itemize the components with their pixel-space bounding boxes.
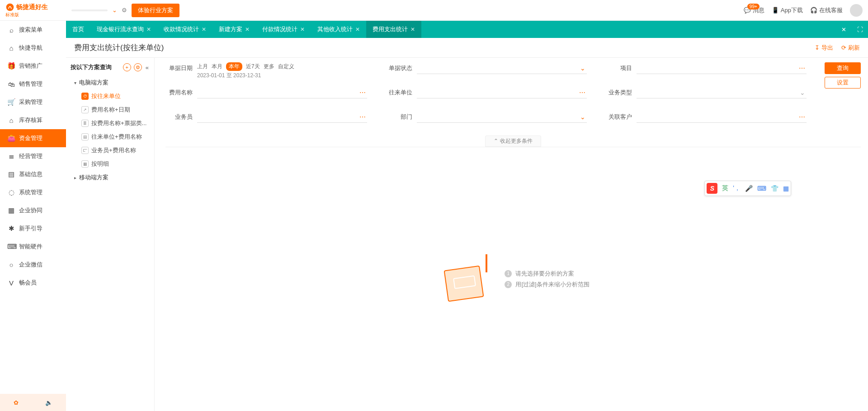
sidebar-item[interactable]: 🛒采购管理 [0,93,66,111]
plan-group[interactable]: ▸移动端方案 [66,171,154,184]
tab[interactable]: 首页 [66,21,90,38]
date-pill[interactable]: 本月 [212,63,222,70]
sidebar-item[interactable]: ▦企业协同 [0,201,66,220]
biztype-select[interactable]: ⌄ [637,87,807,98]
tabs-close-all-icon[interactable]: ✕ [835,26,852,33]
sidebar-item[interactable]: ✱新手引导 [0,220,66,238]
tab[interactable]: 其他收入统计✕ [311,21,366,38]
sidebar-item[interactable]: ○企业微信 [0,256,66,274]
date-pill[interactable]: 近7天 [246,63,260,70]
sidebar-item[interactable]: ⌨智能硬件 [0,238,66,256]
sidebar-item-label: 销售管理 [19,80,42,88]
plan-group[interactable]: ▾电脑端方案 [66,76,154,89]
plan-item[interactable]: ⫍业务员+费用名称 [66,144,154,157]
export-label: 导出 [821,44,833,52]
settings-button[interactable]: 设置 [825,77,861,89]
date-range: 2023-01-01 至 2023-12-31 [197,72,367,79]
tab-close-icon[interactable]: ✕ [410,26,415,33]
sidebar-item[interactable]: V畅会员 [0,274,66,292]
tab-close-icon[interactable]: ✕ [300,26,305,33]
sidebar-item-label: 系统管理 [19,188,42,196]
plan-item[interactable]: ▤往来单位+费用名称 [66,130,154,144]
app-download-link[interactable]: 📱 App下载 [772,6,803,14]
ime-keyboard-icon[interactable]: ⌨ [757,185,766,192]
tab-label: 新建方案 [219,25,242,33]
page-header: 费用支出统计(按往来单位) ↧ 导出 ⟳ 刷新 [66,38,868,58]
salesman-input[interactable]: ⋯ [197,111,367,123]
refresh-button[interactable]: ⟳ 刷新 [841,44,860,52]
ime-mic-icon[interactable]: 🎤 [745,185,753,192]
collapse-conditions-button[interactable]: ⌃ 收起更多条件 [485,135,541,147]
sidebar-item-icon: V [7,279,15,287]
ime-lang[interactable]: 英 [722,184,728,192]
tab[interactable]: 现金银行流水查询✕ [90,21,157,38]
relcustomer-input[interactable]: ⋯ [637,111,807,123]
tab-label: 费用支出统计 [373,25,408,33]
plan-collapse-icon[interactable]: « [145,64,150,71]
tabs-fullscreen-icon[interactable]: ⛶ [852,26,868,33]
company-dropdown-icon[interactable]: ⌄ [112,7,117,14]
plan-item-icon: ≣ [81,120,89,127]
plan-item[interactable]: ↗费用名称+日期 [66,103,154,117]
page-title: 费用支出统计(按往来单位) [74,42,164,53]
date-pill[interactable]: 自定义 [278,63,294,70]
sidebar-item-label: 经营管理 [19,152,42,160]
date-pill[interactable]: 本年 [226,62,242,71]
ime-skin-icon[interactable]: 👕 [771,185,778,192]
partner-input[interactable]: ⋯ [417,87,587,98]
sidebar-sound-icon[interactable]: 🔈 [45,399,52,406]
ime-toolbar[interactable]: S 英 '， 🎤 ⌨ 👕 ▦ [704,181,791,196]
dept-select[interactable]: ⌄ [417,111,587,123]
avatar[interactable] [850,4,863,17]
sidebar-item-icon: 👛 [7,134,15,142]
message-link[interactable]: 💬 消息 99+ [744,6,764,14]
tryout-button[interactable]: 体验行业方案 [132,4,179,17]
tab-label: 其他收入统计 [317,25,353,33]
sidebar-item[interactable]: ⌕搜索菜单 [0,21,66,39]
search-button[interactable]: 查询 [825,62,861,74]
tab-close-icon[interactable]: ✕ [355,26,360,33]
sidebar-item-label: 企业微信 [19,261,42,269]
empty-step2-text: 用[过滤]条件来缩小分析范围 [515,279,589,290]
sidebar-item-icon: ◌ [7,188,15,196]
plan-item-label: 按费用名称+票据类... [91,119,146,127]
sidebar-item[interactable]: ≣经营管理 [0,147,66,165]
tab[interactable]: 付款情况统计✕ [256,21,311,38]
tab[interactable]: 费用支出统计✕ [366,21,421,38]
more-icon: ⋯ [798,113,807,121]
plan-item-label: 按往来单位 [91,92,121,100]
date-pill[interactable]: 更多 [264,63,274,70]
sidebar-item[interactable]: 🎁营销推广 [0,57,66,75]
plan-item[interactable]: ⏱按往来单位 [66,89,154,103]
tab-close-icon[interactable]: ✕ [245,26,250,33]
ime-grid-icon[interactable]: ▦ [783,185,789,192]
sidebar-item[interactable]: 🛍销售管理 [0,75,66,93]
tab[interactable]: 新建方案✕ [212,21,256,38]
sidebar-settings-icon[interactable]: ✿ [14,399,19,406]
customer-service-link[interactable]: 🎧 在线客服 [810,6,843,14]
tab[interactable]: 收款情况统计✕ [157,21,212,38]
gear-icon[interactable]: ⚙ [122,7,127,14]
sidebar-item[interactable]: 👛资金管理 [0,129,66,147]
tab-close-icon[interactable]: ✕ [146,26,151,33]
step-number: 2 [505,281,512,288]
status-select[interactable]: ⌄ [417,62,587,74]
sidebar-item[interactable]: ⌂库存核算 [0,111,66,129]
sidebar-item[interactable]: ⌂快捷导航 [0,39,66,57]
feename-input[interactable]: ⋯ [197,87,367,98]
plan-item-label: 费用名称+日期 [91,106,130,114]
tab-close-icon[interactable]: ✕ [202,26,206,33]
export-button[interactable]: ↧ 导出 [815,44,833,52]
plan-item[interactable]: ≣按费用名称+票据类... [66,117,154,130]
app-header: 畅捷通好生 标准版 ⌄ ⚙ 体验行业方案 💬 消息 99+ 📱 App下载 🎧 … [0,0,868,21]
plan-settings-button[interactable]: ⚙ [134,63,142,71]
sidebar-item[interactable]: ▤基础信息 [0,165,66,183]
tab-label: 收款情况统计 [164,25,199,33]
date-pill[interactable]: 上月 [197,63,208,70]
plan-add-button[interactable]: + [123,63,131,71]
ime-punct-icon[interactable]: '， [733,184,741,192]
sidebar-item[interactable]: ◌系统管理 [0,183,66,201]
tabs: 首页现金银行流水查询✕收款情况统计✕新建方案✕付款情况统计✕其他收入统计✕费用支… [66,21,868,38]
plan-item[interactable]: ▦按明细 [66,157,154,171]
project-input[interactable]: ⋯ [637,62,807,74]
